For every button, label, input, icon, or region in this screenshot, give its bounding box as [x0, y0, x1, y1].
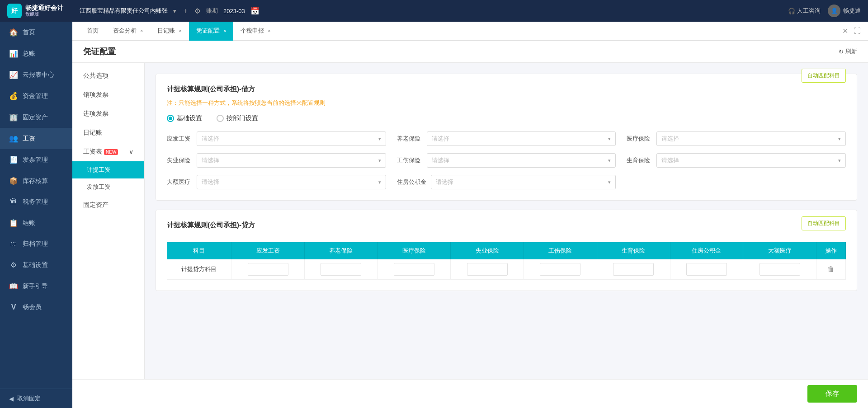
row-label: 计提贷方科目 — [167, 259, 231, 280]
credit-table-header-row: 科目 应发工资 养老保险 医疗保险 失业保险 工伤保险 生育保险 住房公积金 大… — [167, 242, 846, 259]
sidebar-item-tax[interactable]: 🏛 税务管理 — [0, 192, 72, 212]
arrow-gross-icon: ▾ — [378, 136, 381, 142]
sidebar-item-fixed-asset[interactable]: 🏢 固定资产 — [0, 107, 72, 128]
tab-fund-analysis[interactable]: 资金分析 × — [106, 22, 150, 41]
tab-voucher-close-icon[interactable]: × — [223, 28, 226, 33]
left-nav-sales-invoice[interactable]: 销项发票 — [72, 85, 144, 104]
tab-tax-close-icon[interactable]: × — [268, 28, 270, 33]
tab-voucher-config[interactable]: 凭证配置 × — [189, 22, 233, 41]
arrow-pension-icon: ▾ — [608, 136, 611, 142]
company-name[interactable]: 江西服宝精品有限责任公司内账张 — [80, 7, 168, 15]
sidebar-item-home[interactable]: 🏠 首页 — [0, 22, 72, 43]
service-button[interactable]: 🎧 人工咨询 — [788, 7, 821, 15]
placeholder-big-medical: 请选择 — [202, 178, 219, 186]
input-medical[interactable] — [394, 263, 434, 276]
input-housing[interactable] — [686, 263, 727, 276]
content-area: 首页 资金分析 × 日记账 × 凭证配置 × 个税申报 × ✕ ⛶ — [72, 22, 868, 408]
add-icon[interactable]: ＋ — [182, 6, 189, 16]
delete-row-icon[interactable]: 🗑 — [827, 265, 835, 273]
tab-journal[interactable]: 日记账 × — [150, 22, 189, 41]
input-pension[interactable] — [321, 263, 361, 276]
left-nav-journal[interactable]: 日记账 — [72, 123, 144, 142]
settings-icon[interactable]: ⚙ — [194, 7, 201, 15]
tab-home[interactable]: 首页 — [80, 22, 106, 41]
sidebar-label-vip: 畅会员 — [23, 303, 42, 311]
arrow-work-injury-icon: ▾ — [608, 158, 611, 164]
sidebar-item-fund[interactable]: 💰 资金管理 — [0, 85, 72, 107]
calendar-icon[interactable]: 📅 — [250, 7, 259, 15]
radio-group: 基础设置 按部门设置 — [167, 114, 846, 122]
input-gross[interactable] — [248, 263, 288, 276]
field-housing-fund: 住房公积金 请选择 ▾ — [397, 175, 616, 189]
input-unemployment[interactable] — [467, 263, 508, 276]
placeholder-unemployment: 请选择 — [202, 156, 219, 164]
tab-fund-close-icon[interactable]: × — [140, 28, 143, 33]
cancel-fix-button[interactable]: ◀ 取消固定 — [0, 389, 72, 408]
sidebar-item-cloud-report[interactable]: 📈 云报表中心 — [0, 64, 72, 85]
left-nav-pay-salary[interactable]: 发放工资 — [72, 178, 144, 196]
refresh-button[interactable]: ↻ 刷新 — [839, 47, 857, 56]
auto-match-credit-button[interactable]: 自动匹配科目 — [802, 216, 846, 230]
expand-window-icon[interactable]: ⛶ — [854, 27, 861, 35]
sidebar-label-invoice: 发票管理 — [23, 156, 48, 164]
input-big-medical[interactable] — [760, 263, 800, 276]
select-big-medical[interactable]: 请选择 ▾ — [197, 175, 386, 189]
radio-by-dept[interactable]: 按部门设置 — [217, 114, 258, 122]
left-nav-public[interactable]: 公共选项 — [72, 66, 144, 85]
left-nav-purchase-invoice[interactable]: 进项发票 — [72, 104, 144, 123]
new-badge: NEW — [104, 149, 118, 155]
tab-journal-close-icon[interactable]: × — [179, 28, 181, 33]
user-info[interactable]: 👤 畅捷通 — [828, 5, 861, 17]
col-big-medical: 大额医疗 — [743, 242, 816, 259]
left-nav-provision-salary[interactable]: 计提工资 — [72, 161, 144, 178]
provision-salary-label: 计提工资 — [87, 166, 110, 173]
save-button[interactable]: 保存 — [807, 385, 857, 403]
sidebar-item-salary[interactable]: 👥 工资 — [0, 128, 72, 149]
select-gross-salary[interactable]: 请选择 ▾ — [197, 131, 386, 146]
arrow-medical-icon: ▾ — [838, 136, 841, 142]
logo-area: 好 畅捷通好会计 旗舰版 — [7, 4, 80, 18]
tab-tax-filing[interactable]: 个税申报 × — [233, 22, 278, 41]
left-nav-fixed-label: 固定资产 — [83, 201, 108, 208]
table-row: 计提贷方科目 🗑 — [167, 259, 846, 280]
left-nav-fixed-asset[interactable]: 固定资产 — [72, 196, 144, 215]
refresh-icon: ↻ — [839, 48, 844, 55]
sidebar-label-cloud: 云报表中心 — [23, 71, 54, 79]
sidebar-item-vip[interactable]: V 畅会员 — [0, 297, 72, 318]
auto-match-debit-button[interactable]: 自动匹配科目 — [802, 69, 846, 83]
select-housing-fund[interactable]: 请选择 ▾ — [431, 175, 616, 189]
sidebar-item-general-ledger[interactable]: 📊 总账 — [0, 43, 72, 64]
select-work-injury[interactable]: 请选择 ▾ — [427, 153, 616, 168]
top-bar-right: 🎧 人工咨询 👤 畅捷通 — [788, 5, 861, 17]
credit-section: 自动匹配科目 计提核算规则(公司承担)-贷方 科目 应发工资 养老保险 医疗保险… — [156, 210, 857, 291]
left-nav-payroll-table[interactable]: 工资表 NEW ∨ — [72, 142, 144, 161]
field-gross-salary: 应发工资 请选择 ▾ — [167, 131, 386, 146]
company-dropdown-icon[interactable]: ▾ — [173, 8, 176, 14]
select-medical[interactable]: 请选择 ▾ — [656, 131, 846, 146]
select-maternity[interactable]: 请选择 ▾ — [656, 153, 846, 168]
sidebar-label-fund: 资金管理 — [23, 92, 48, 100]
invoice-icon: 🧾 — [9, 155, 18, 164]
label-pension: 养老保险 — [397, 135, 422, 143]
close-window-icon[interactable]: ✕ — [842, 27, 848, 35]
col-unemployment: 失业保险 — [451, 242, 524, 259]
col-operation: 操作 — [816, 242, 845, 259]
label-work-injury: 工伤保险 — [397, 156, 422, 164]
top-bar-middle: 江西服宝精品有限责任公司内账张 ▾ ＋ ⚙ 账期 2023-03 📅 — [80, 6, 788, 16]
sidebar-item-inventory[interactable]: 📦 库存核算 — [0, 170, 72, 192]
page-title: 凭证配置 — [83, 46, 116, 57]
sidebar-item-basic-settings[interactable]: ⚙ 基础设置 — [0, 254, 72, 276]
select-unemployment[interactable]: 请选择 ▾ — [197, 153, 386, 168]
period-value[interactable]: 2023-03 — [223, 8, 245, 14]
sidebar-item-invoice[interactable]: 🧾 发票管理 — [0, 149, 72, 170]
sidebar-item-close-account[interactable]: 📋 结账 — [0, 212, 72, 234]
input-maternity[interactable] — [613, 263, 654, 276]
radio-basic-label: 基础设置 — [177, 114, 202, 122]
select-pension[interactable]: 请选择 ▾ — [427, 131, 616, 146]
radio-basic[interactable]: 基础设置 — [167, 114, 202, 122]
cell-gross — [231, 259, 305, 280]
input-work-injury[interactable] — [540, 263, 580, 276]
home-icon: 🏠 — [9, 28, 18, 37]
sidebar-item-archive[interactable]: 🗂 归档管理 — [0, 234, 72, 254]
sidebar-item-guide[interactable]: 📖 新手引导 — [0, 276, 72, 297]
